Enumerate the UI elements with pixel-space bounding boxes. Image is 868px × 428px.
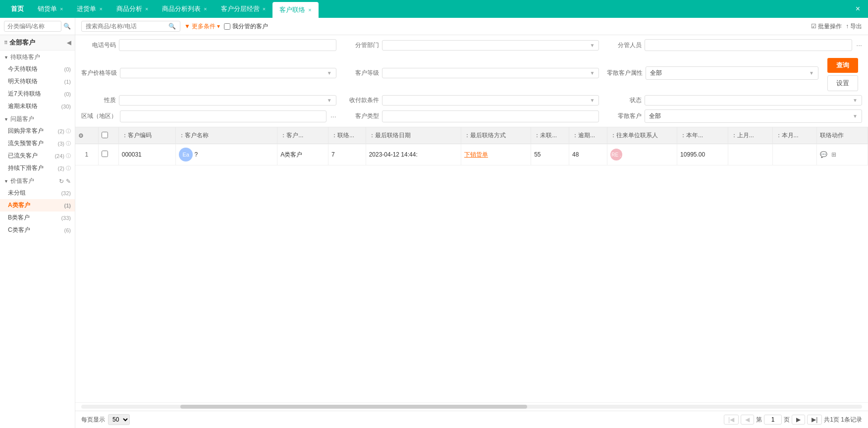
main-layout: 🔍 ⠿ 全部客户 ◀ ▼ 待联络客户 今天待联络 (0) 明天待联络 (1) 近 [0,18,868,428]
row-contact-person: RE . [607,144,677,165]
sidebar-item-tomorrow-contact[interactable]: 明天待联络 (1) [0,75,75,88]
first-page-btn[interactable]: |◀ [724,415,739,425]
col-name[interactable]: ：客户名称 [176,127,277,144]
sidebar-all-customers-header[interactable]: ⠿ 全部客户 ◀ [0,35,75,51]
col-overdue[interactable]: ：逾期... [569,127,607,144]
col-last-month[interactable]: ：上月... [728,127,772,144]
nav-product-analysis-list[interactable]: 商品分析列表 × [155,0,214,18]
sidebar-search-input[interactable] [4,21,61,32]
payment-select[interactable]: ▼ [382,95,599,106]
last-page-btn[interactable]: ▶| [807,415,822,425]
row-code: 000031 [118,144,175,165]
dropdown-arrow-icon: ▼ [853,113,858,119]
sidebar-item-declining[interactable]: 持续下滑客户 (2) ⓘ [0,162,75,174]
manager-input[interactable] [645,39,852,51]
horizontal-scrollbar[interactable] [75,402,868,411]
col-last-date[interactable]: ：最后联络日期 [366,127,461,144]
close-icon[interactable]: × [145,6,148,12]
sidebar-item-a-customers[interactable]: A类客户 (1) [0,199,75,212]
col-grade[interactable]: ：客户... [277,127,328,144]
col-gear[interactable]: ⚙ [75,127,98,144]
sidebar-search-icon[interactable]: 🔍 [63,23,71,30]
sidebar-item-repeat-abnormal[interactable]: 回购异常客户 (2) ⓘ [0,125,75,137]
refresh-icon[interactable]: ↻ [59,178,64,185]
chat-icon[interactable]: 💬 [820,151,827,158]
main-search-input[interactable] [86,23,166,30]
close-icon[interactable]: × [60,6,63,12]
sidebar-group-problem[interactable]: ▼ 问题客户 [0,112,75,125]
query-button[interactable]: 查询 [827,58,858,73]
table-area: ⚙ ：客户编码 ：客户名称 ：客户... ：联络... ：最后联络日期 ：最后联… [75,127,868,402]
sidebar-item-ungrouped[interactable]: 未分组 (32) [0,187,75,199]
dept-select[interactable]: ▼ [382,40,599,51]
col-not-contact[interactable]: ：未联... [531,127,569,144]
row-not-contact: 55 [531,144,569,165]
scrollbar-thumb[interactable] [180,405,527,409]
region-input[interactable] [120,110,326,122]
col-contact-person[interactable]: ：往来单位联系人 [607,127,677,144]
col-checkbox[interactable] [98,127,118,144]
search-icon[interactable]: 🔍 [168,23,176,30]
sidebar-group-value[interactable]: ▼ 价值客户 ↻ ✎ [0,174,75,187]
select-all-checkbox[interactable] [102,132,108,138]
filter-dept: 分管部门 ▼ [344,39,599,51]
customer-type-input[interactable] [382,110,599,122]
close-icon[interactable]: × [99,6,102,12]
dropdown-arrow-icon: ▼ [590,70,595,76]
scrollbar-track[interactable] [81,405,862,409]
sidebar-item-7days-contact[interactable]: 近7天待联络 (0) [0,88,75,100]
row-last-method[interactable]: 下销货单 [461,144,531,165]
col-this-year[interactable]: ：本年... [677,127,728,144]
dropdown-arrow-icon: ▼ [853,98,858,103]
nav-sales-order[interactable]: 销货单 × [31,0,70,18]
sidebar-item-c-customers[interactable]: C类客户 (6) [0,224,75,236]
my-customers-checkbox[interactable]: 我分管的客户 [224,22,268,31]
retail-attr-select[interactable]: 全部 ▼ [646,66,818,80]
nav-customer-contact[interactable]: 客户联络 × [272,2,318,18]
settings-button[interactable]: 设置 [827,75,858,91]
footer: 每页显示 50 |◀ ◀ 第 页 ▶ ▶| 共1页 1条记录 [75,411,868,428]
customer-level-select[interactable]: ▼ [382,68,599,78]
col-code[interactable]: ：客户编码 [118,127,175,144]
qr-icon[interactable]: ⊞ [831,151,836,158]
row-select-checkbox[interactable] [102,151,108,157]
price-level-select[interactable]: ▼ [120,68,336,78]
sidebar-item-overdue-contact[interactable]: 逾期未联络 (30) [0,100,75,112]
nav-product-analysis[interactable]: 商品分析 × [109,0,155,18]
status-select[interactable]: ▼ [645,95,862,106]
app-close-button[interactable]: × [852,2,864,15]
close-icon[interactable]: × [263,6,266,12]
sidebar-item-today-contact[interactable]: 今天待联络 (0) [0,63,75,75]
sidebar-item-churned[interactable]: 已流失客户 (24) ⓘ [0,150,75,162]
filter-more-btn[interactable]: ▼ 更多条件 ▾ [184,22,220,31]
nav-customer-segment[interactable]: 客户分层经营 × [214,0,272,18]
nature-select[interactable]: ▼ [119,95,336,106]
sidebar-item-churn-warning[interactable]: 流失预警客户 (3) ⓘ [0,137,75,150]
sidebar-item-b-customers[interactable]: B类客户 (33) [0,212,75,224]
export-btn[interactable]: ↑ 导出 [846,22,862,31]
row-checkbox[interactable] [98,144,118,165]
nav-purchase-order[interactable]: 进货单 × [70,0,109,18]
col-contact[interactable]: ：联络... [328,127,366,144]
page-number-input[interactable] [764,415,782,425]
retail-select[interactable]: 全部 ▼ [645,109,862,123]
nav-home[interactable]: 首页 [4,0,31,18]
sidebar-group-pending[interactable]: ▼ 待联络客户 [0,51,75,63]
close-icon[interactable]: × [308,7,311,13]
collapse-icon[interactable]: ◀ [67,40,71,46]
page-size-select[interactable]: 50 [108,414,130,425]
close-icon[interactable]: × [204,6,207,12]
edit-icon[interactable]: ✎ [66,178,71,185]
col-this-month[interactable]: ：本月... [772,127,817,144]
dots-select-icon[interactable]: ··· [856,41,862,49]
col-last-method[interactable]: ：最后联络方式 [461,127,531,144]
next-page-btn[interactable]: ▶ [792,415,805,425]
my-customers-input[interactable] [224,23,230,30]
phone-input[interactable] [119,39,336,51]
filter-icon: ▼ [184,23,190,30]
dots-select-icon[interactable]: ··· [330,112,336,120]
search-box: 🔍 [81,21,180,32]
filter-price-level: 客户价格等级 ▼ [81,55,336,91]
batch-ops-btn[interactable]: ☑ 批量操作 [811,22,842,31]
prev-page-btn[interactable]: ◀ [741,415,754,425]
